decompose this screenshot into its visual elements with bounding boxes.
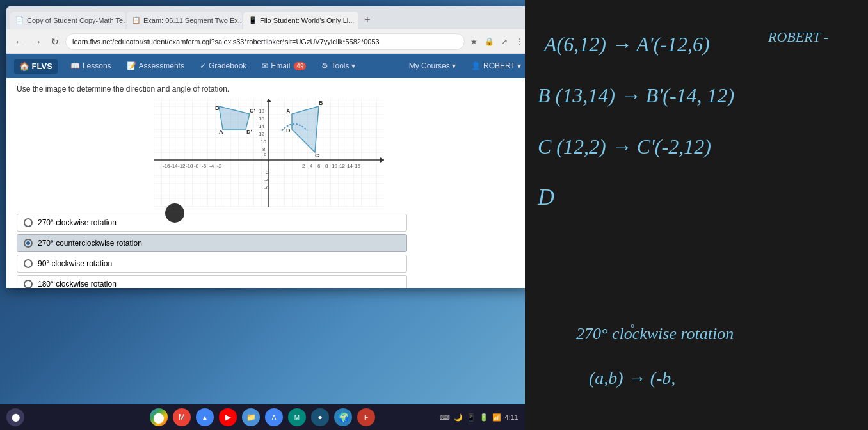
svg-text:-16: -16 (163, 163, 170, 169)
svg-text:12: 12 (339, 163, 345, 169)
option-4[interactable]: 180° clockwise rotation (17, 275, 407, 288)
svg-text:°: ° (631, 322, 634, 333)
cursor-dot (165, 203, 184, 223)
tab-1-favicon: 📄 (15, 16, 24, 25)
notes-section: A(6,12) → A'(-12,6) B (13,14) → B'(-14, … (525, 0, 868, 430)
new-tab-button[interactable]: + (360, 12, 375, 28)
svg-text:14: 14 (259, 123, 264, 129)
back-button[interactable]: ← (12, 34, 27, 49)
handwritten-notes-svg: A(6,12) → A'(-12,6) B (13,14) → B'(-14, … (525, 0, 868, 430)
option-3[interactable]: 90° clockwise rotation (17, 255, 407, 273)
svg-text:-2: -2 (264, 170, 269, 175)
svg-text:6: 6 (264, 152, 267, 157)
svg-text:A: A (286, 108, 291, 115)
svg-text:C': C' (250, 107, 255, 114)
chrome-icon[interactable]: ⬤ (150, 408, 168, 426)
svg-text:D: D (537, 184, 554, 210)
svg-text:4: 4 (310, 163, 313, 169)
svg-text:-6: -6 (264, 185, 269, 191)
forward-button[interactable]: → (29, 34, 45, 49)
svg-text:16: 16 (355, 163, 360, 169)
browser-frame: 📄 Copy of Student Copy-Math Te... × 📋 Ex… (6, 6, 531, 288)
nav-assessments[interactable]: 📝 Assessments (124, 61, 187, 70)
reload-button[interactable]: ↻ (47, 34, 63, 49)
lessons-label: Lessons (83, 61, 111, 70)
gradebook-icon: ✓ (200, 61, 206, 70)
address-input[interactable] (65, 33, 465, 50)
website-content: 🏠 FLVS 📖 Lessons 📝 Assessments ✓ Gradebo… (6, 54, 531, 288)
tab-3[interactable]: 📱 Filo Student: World's Only Li... × (243, 12, 358, 29)
svg-text:-10: -10 (186, 163, 193, 169)
youtube-icon[interactable]: ▶ (219, 408, 237, 426)
svg-text:C: C (315, 152, 319, 159)
flvs-logo[interactable]: 🏠 FLVS (14, 59, 58, 74)
bookmark-star-icon[interactable]: ★ (467, 35, 480, 48)
tab-3-label: Filo Student: World's Only Li... (260, 17, 354, 24)
options-container: 270° clockwise rotation 270° countercloc… (17, 214, 521, 288)
tab-2-label: Exam: 06.11 Segment Two Ex... (143, 17, 242, 24)
flvs-nav: 🏠 FLVS 📖 Lessons 📝 Assessments ✓ Gradebo… (6, 54, 531, 78)
svg-text:12: 12 (259, 131, 264, 137)
email-badge: 49 (294, 62, 306, 70)
nav-lessons[interactable]: 📖 Lessons (68, 61, 114, 70)
user-icon: 👤 (471, 61, 481, 70)
lessons-icon: 📖 (70, 61, 80, 70)
svg-text:B: B (215, 105, 220, 111)
nav-tools[interactable]: ⚙ Tools ▾ (319, 61, 357, 70)
tab-1[interactable]: 📄 Copy of Student Copy-Math Te... × (10, 12, 125, 29)
svg-text:14: 14 (347, 163, 353, 169)
svg-text:-12: -12 (178, 163, 186, 169)
svg-text:A(6,12) → A'(-12,6): A(6,12) → A'(-12,6) (543, 33, 710, 56)
option-3-label: 90° clockwise rotation (38, 259, 112, 268)
svg-text:10: 10 (332, 163, 337, 169)
svg-text:-6: -6 (202, 163, 207, 169)
taskbar-right: ⌨ 🌙 📱 🔋 📶 4:11 (440, 413, 518, 422)
svg-text:8: 8 (325, 163, 328, 169)
option-4-radio[interactable] (24, 280, 33, 288)
menu-icon[interactable]: ⋮ (513, 35, 526, 48)
files-icon[interactable]: 📁 (242, 408, 260, 426)
svg-text:18: 18 (259, 108, 264, 114)
phone-icon: 📱 (467, 413, 476, 422)
option-3-radio[interactable] (24, 259, 33, 268)
docs-icon[interactable]: A (265, 408, 283, 426)
tab-3-favicon: 📱 (248, 16, 257, 25)
nav-gradebook[interactable]: ✓ Gradebook (197, 61, 249, 70)
drive-icon[interactable]: ▲ (196, 408, 214, 426)
my-courses-menu[interactable]: My Courses ▾ (406, 61, 458, 70)
robert-label: ROBERT ▾ (483, 61, 521, 70)
option-1[interactable]: 270° clockwise rotation (17, 214, 407, 232)
svg-text:B: B (319, 100, 323, 106)
graph-container: -16 -14 -12 -10 -8 -6 -4 -2 2 4 6 8 10 1… (17, 99, 521, 207)
moon-icon: 🌙 (454, 413, 463, 422)
svg-text:B  (13,14) → B'(-14, 12): B (13,14) → B'(-14, 12) (538, 84, 734, 107)
nav-email[interactable]: ✉ Email 49 (259, 61, 309, 70)
robert-menu[interactable]: 👤 ROBERT ▾ (469, 61, 524, 70)
tab-2-favicon: 📋 (132, 16, 141, 25)
taskbar: ⬤ ⬤ M ▲ ▶ 📁 A M ● 🌍 F ⌨ 🌙 📱 🔋 📶 4:11 (0, 404, 525, 430)
tab-3-close[interactable]: × (357, 16, 358, 25)
svg-text:C  (12,2) → C'(-2,12): C (12,2) → C'(-2,12) (538, 135, 711, 158)
gmail-icon[interactable]: M (173, 408, 191, 426)
tools-label: Tools ▾ (331, 61, 355, 70)
option-1-radio[interactable] (24, 218, 33, 227)
earth-icon[interactable]: 🌍 (334, 408, 352, 426)
share-icon[interactable]: ↗ (498, 35, 511, 48)
tools-icon: ⚙ (321, 61, 328, 70)
taskbar-left: ⬤ (6, 408, 24, 426)
svg-text:2: 2 (302, 163, 305, 169)
home-button[interactable]: ⬤ (6, 408, 24, 426)
tab-2[interactable]: 📋 Exam: 06.11 Segment Two Ex... × (127, 12, 242, 29)
option-2[interactable]: 270° counterclockwise rotation (17, 234, 407, 252)
my-courses-label: My Courses ▾ (409, 61, 456, 70)
filo-icon[interactable]: F (357, 408, 375, 426)
gradebook-label: Gradebook (209, 61, 246, 70)
svg-text:-4: -4 (264, 177, 269, 183)
meet-icon[interactable]: M (288, 408, 306, 426)
wifi-icon: 📶 (492, 413, 501, 422)
assessments-icon: 📝 (127, 61, 136, 70)
option-2-radio[interactable] (24, 239, 33, 248)
email-label: Email (271, 61, 290, 70)
blue-app-icon[interactable]: ● (311, 408, 329, 426)
keyboard-icon: ⌨ (440, 413, 450, 422)
